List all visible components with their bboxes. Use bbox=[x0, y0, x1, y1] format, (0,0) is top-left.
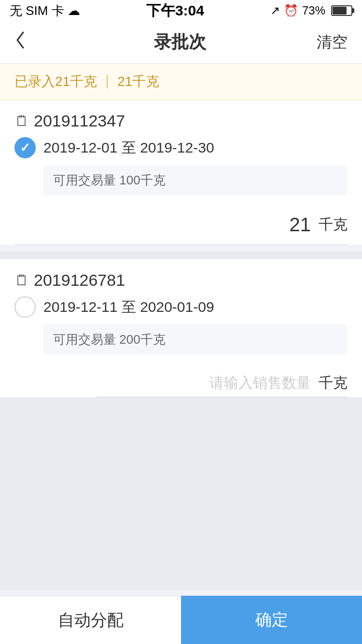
battery-icon bbox=[331, 5, 352, 16]
recorded-label: 已录入21千克 bbox=[14, 72, 97, 91]
batch1-date: 2019-12-01 至 2019-12-30 bbox=[43, 138, 214, 158]
batch1-date-row[interactable]: 2019-12-01 至 2019-12-30 bbox=[14, 137, 348, 158]
batch1-qty-row: 可用交易量 100千克 bbox=[43, 165, 348, 196]
info-divider bbox=[107, 75, 108, 88]
page-title: 录批次 bbox=[154, 30, 206, 54]
batch2-date-row[interactable]: 2019-12-11 至 2020-01-09 bbox=[14, 296, 348, 318]
confirm-button[interactable]: 确定 bbox=[181, 596, 362, 644]
batch1-separator bbox=[14, 244, 348, 245]
back-button[interactable] bbox=[14, 30, 43, 54]
section-divider bbox=[0, 252, 362, 259]
batch2-checkbox[interactable] bbox=[14, 296, 36, 318]
status-bar: 无 SIM 卡 ☁ 下午3:04 ↗ ⏰ 73% bbox=[0, 0, 362, 21]
batch1-qty-text: 可用交易量 100千克 bbox=[53, 173, 166, 187]
batch2-id: 2019126781 bbox=[34, 271, 125, 290]
batch1-amount-value[interactable]: 21 bbox=[290, 214, 311, 236]
alarm-icon: ⏰ bbox=[284, 4, 298, 17]
batch-item-2: 🗒 2019126781 2019-12-11 至 2020-01-09 可用交… bbox=[0, 259, 362, 397]
batch2-qty-text: 可用交易量 200千克 bbox=[53, 332, 166, 347]
batch2-unit: 千克 bbox=[319, 373, 348, 393]
batch1-checkbox[interactable] bbox=[14, 137, 36, 158]
info-value: 21千克 bbox=[117, 72, 159, 91]
qty-placeholder: 请输入销售数量 bbox=[209, 373, 311, 393]
batch1-doc-icon: 🗒 bbox=[14, 113, 29, 129]
batch1-id: 2019112347 bbox=[34, 112, 125, 130]
status-right: ↗ ⏰ 73% bbox=[270, 4, 352, 17]
batch-item-1: 🗒 2019112347 2019-12-01 至 2019-12-30 可用交… bbox=[0, 100, 362, 245]
gray-area bbox=[0, 397, 362, 590]
auto-distribute-button[interactable]: 自动分配 bbox=[0, 596, 181, 644]
batch2-date: 2019-12-11 至 2020-01-09 bbox=[43, 297, 214, 317]
batch1-amount-unit: 千克 bbox=[319, 215, 348, 235]
batch1-amount-row: 21 千克 bbox=[0, 205, 362, 238]
batch2-doc-icon: 🗒 bbox=[14, 272, 29, 289]
clear-button[interactable]: 清空 bbox=[317, 32, 348, 53]
info-banner: 已录入21千克 21千克 bbox=[0, 64, 362, 100]
bottom-bar: 自动分配 确定 bbox=[0, 596, 362, 644]
no-sim-text: 无 SIM 卡 ☁ bbox=[10, 2, 80, 19]
battery-text: 73% bbox=[302, 4, 325, 17]
batch1-id-row: 🗒 2019112347 bbox=[14, 112, 348, 130]
status-left: 无 SIM 卡 ☁ bbox=[10, 2, 80, 19]
batch2-qty-row: 可用交易量 200千克 bbox=[43, 324, 348, 355]
batch2-qty-input-row[interactable]: 请输入销售数量 千克 bbox=[0, 364, 362, 395]
batch2-id-row: 🗒 2019126781 bbox=[14, 271, 348, 290]
nav-bar: 录批次 清空 bbox=[0, 21, 362, 64]
status-time: 下午3:04 bbox=[146, 1, 204, 21]
location-icon: ↗ bbox=[270, 4, 280, 17]
